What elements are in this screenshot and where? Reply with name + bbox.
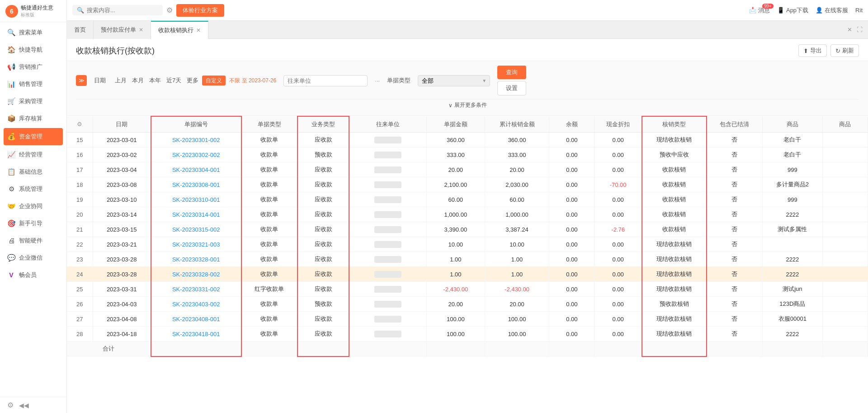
sidebar-item-system[interactable]: ⚙ 系统管理 — [0, 180, 66, 198]
sidebar-item-collab[interactable]: 🤝 企业协同 — [0, 198, 66, 215]
sidebar-item-search[interactable]: 🔍 搜索菜单 — [0, 24, 66, 41]
th-incl[interactable]: 包含已结清 — [707, 116, 763, 133]
th-amount[interactable]: 单据金额 — [427, 116, 485, 133]
topbar-gear-icon[interactable]: ⚙ — [166, 6, 173, 14]
sidebar-item-member[interactable]: V 畅会员 — [0, 266, 66, 284]
expand-more-btn[interactable]: ∨ 展开更多条件 — [76, 99, 859, 111]
doc-link[interactable]: SK-20230314-001 — [172, 211, 220, 218]
th-goods1[interactable]: 商品 — [762, 116, 822, 133]
ops-icon: 📈 — [7, 151, 15, 159]
date-btn-custom[interactable]: 自定义 — [202, 76, 226, 85]
th-discount[interactable]: 现金折扣 — [594, 116, 642, 133]
doc-link[interactable]: SK-20230301-002 — [172, 137, 220, 143]
tab-prepay-close[interactable]: ✕ — [139, 27, 143, 33]
sidebar-item-inventory[interactable]: 📦 库存核算 — [0, 110, 66, 127]
th-partner[interactable]: 往来单位 — [349, 116, 426, 133]
doctype-select[interactable]: 全部 — [418, 75, 490, 86]
doc-link[interactable]: SK-20230321-003 — [172, 241, 220, 248]
service-button[interactable]: 👤 在线客服 — [816, 6, 848, 14]
date-btn-last-month[interactable]: 上月 — [113, 76, 128, 85]
cell-sno: 26 — [67, 297, 93, 312]
sidebar-item-nav[interactable]: 🏠 快捷导航 — [0, 41, 66, 58]
sidebar-collapse-icon[interactable]: ◀◀ — [19, 402, 29, 409]
tab-close-icon[interactable]: ✕ — [847, 26, 852, 33]
th-biztype[interactable]: 业务类型 — [297, 116, 349, 133]
th-cumamt[interactable]: 累计核销金额 — [485, 116, 549, 133]
table-row: 27 2023-04-08 SK-20230408-001 收款单 应收款 10… — [67, 312, 868, 327]
tab-home[interactable]: 首页 — [67, 21, 94, 39]
doc-link[interactable]: SK-20230302-002 — [172, 152, 220, 158]
doc-link[interactable]: SK-20230310-001 — [172, 196, 220, 203]
refresh-button[interactable]: ↻ 刷新 — [830, 44, 859, 57]
doc-link[interactable]: SK-20230304-001 — [172, 166, 220, 173]
export-button[interactable]: ⬆ 导出 — [798, 44, 827, 57]
sidebar-item-guide[interactable]: 🎯 新手引导 — [0, 215, 66, 232]
tab-prepay[interactable]: 预付款应付单 ✕ — [94, 21, 151, 39]
cell-sno: 28 — [67, 327, 93, 342]
doc-link[interactable]: SK-20230315-002 — [172, 226, 220, 233]
date-btn-7days[interactable]: 近7天 — [165, 76, 183, 85]
filter-row: ≫ 日期 上月 本月 本年 近7天 更多 自定义 不限 至 2023-07-26… — [76, 66, 859, 95]
date-quick-buttons: 上月 本月 本年 近7天 更多 自定义 — [113, 76, 226, 85]
doc-link[interactable]: SK-20230418-001 — [172, 331, 220, 337]
filter-settings-button[interactable]: 设置 — [497, 81, 526, 95]
sidebar-item-wechat[interactable]: 💬 企业微信 — [0, 249, 66, 266]
th-docno[interactable]: 单据编号 — [151, 116, 241, 133]
tab-writeoff-close[interactable]: ✕ — [196, 27, 201, 33]
cell-goods2 — [822, 162, 868, 177]
trial-button[interactable]: 体验行业方案 — [176, 4, 224, 17]
date-btn-this-month[interactable]: 本月 — [130, 76, 146, 85]
doc-link[interactable]: SK-20230328-001 — [172, 256, 220, 263]
app-name: 畅捷通好生意 — [21, 5, 53, 12]
sidebar-item-hardware[interactable]: 🖨 智能硬件 — [0, 232, 66, 249]
filter-expand-button[interactable]: ≫ — [76, 75, 87, 86]
cell-date: 2023-03-01 — [93, 133, 151, 147]
tab-fullscreen-icon[interactable]: ⛶ — [857, 26, 863, 33]
topbar: 🔍 ⚙ 体验行业方案 📩 消息 99+ 📱 App下载 👤 在线客服 Rit — [67, 0, 868, 21]
cell-cumamt: 2,030.00 — [485, 177, 549, 192]
cell-date: 2023-03-10 — [93, 192, 151, 207]
date-btn-this-year[interactable]: 本年 — [147, 76, 163, 85]
cell-cumamt: 10.00 — [485, 237, 549, 252]
th-doctype[interactable]: 单据类型 — [241, 116, 297, 133]
cell-partner — [349, 133, 426, 147]
message-button[interactable]: 📩 消息 99+ — [749, 6, 770, 14]
table-gear-icon[interactable]: ⚙ — [77, 121, 82, 128]
cell-doctype: 收款单 — [241, 327, 297, 342]
cell-doctype: 收款单 — [241, 162, 297, 177]
cell-discount: 0.00 — [594, 297, 642, 312]
sidebar-item-marketing[interactable]: 📢 营销推广 — [0, 58, 66, 76]
cell-goods1: 衣服00001 — [762, 312, 822, 327]
cell-incl: 否 — [707, 162, 763, 177]
th-goods2[interactable]: 商品 — [822, 116, 868, 133]
cell-amount: 1.00 — [427, 267, 485, 282]
sidebar-settings-icon[interactable]: ⚙ — [7, 401, 14, 409]
th-settings[interactable]: ⚙ — [67, 116, 93, 133]
sidebar-item-ops[interactable]: 📈 经营管理 — [0, 146, 66, 163]
date-btn-more[interactable]: 更多 — [185, 76, 200, 85]
sidebar-item-sales[interactable]: 📊 销售管理 — [0, 76, 66, 93]
table-row: 20 2023-03-14 SK-20230314-001 收款单 应收款 1,… — [67, 207, 868, 222]
sidebar-item-purchase[interactable]: 🛒 采购管理 — [0, 93, 66, 110]
query-button[interactable]: 查询 — [497, 66, 526, 79]
cell-balance: 0.00 — [549, 282, 594, 297]
message-icon: 📩 — [749, 7, 756, 14]
th-balance[interactable]: 余额 — [549, 116, 594, 133]
doc-link[interactable]: SK-20230403-002 — [172, 301, 220, 308]
tab-writeoff[interactable]: 收款核销执行 ✕ — [151, 21, 208, 39]
doc-link[interactable]: SK-20230328-002 — [172, 271, 220, 278]
th-date[interactable]: 日期 — [93, 116, 151, 133]
doc-link[interactable]: SK-20230308-001 — [172, 181, 220, 188]
th-writetype[interactable]: 核销类型 — [642, 116, 707, 133]
doc-link[interactable]: SK-20230408-001 — [172, 316, 220, 323]
doc-link[interactable]: SK-20230331-002 — [172, 286, 220, 293]
cell-goods2 — [822, 192, 868, 207]
sidebar-item-finance[interactable]: 💰 资金管理 — [4, 128, 63, 145]
cell-goods2 — [822, 177, 868, 192]
app-download-button[interactable]: 📱 App下载 — [777, 6, 808, 14]
partner-input[interactable] — [283, 75, 368, 86]
topbar-search-input[interactable] — [87, 7, 150, 14]
footer-incl — [707, 342, 763, 356]
sidebar-item-basic[interactable]: 📋 基础信息 — [0, 163, 66, 180]
cell-partner — [349, 177, 426, 192]
